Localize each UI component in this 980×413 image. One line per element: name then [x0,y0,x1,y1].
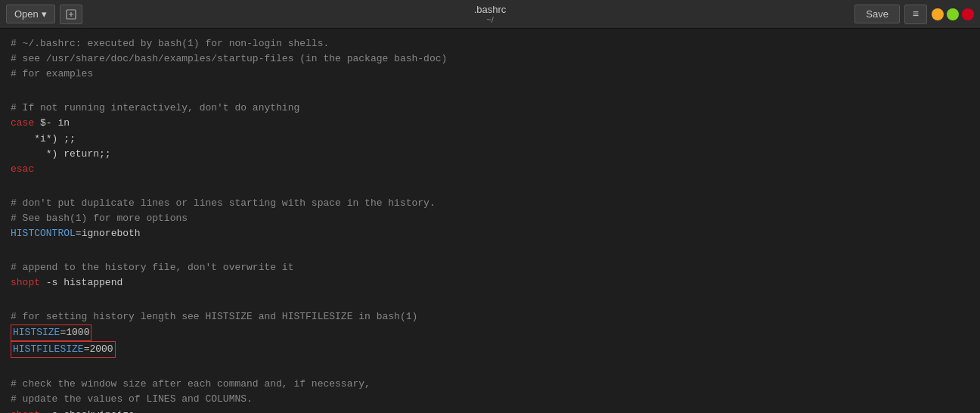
titlebar-right: Save ≡ [854,5,974,24]
minimize-button[interactable] [932,8,944,20]
menu-icon: ≡ [913,8,919,20]
code-line: shopt -s histappend [11,275,969,290]
code-line: # check the window size after each comma… [11,377,969,392]
menu-button[interactable]: ≡ [904,5,927,24]
code-line: # update the values of LINES and COLUMNS… [11,392,969,407]
histfilesize-line: HISTFILESIZE=2000 [11,341,116,358]
code-line: # If not running interactively, don't do… [11,101,969,116]
code-line: HISTCONTROL=ignoreboth [11,226,969,241]
empty-line [11,177,969,196]
save-button[interactable]: Save [854,5,900,23]
code-line: *i*) ;; [11,132,969,147]
titlebar-center: .bashrc ~/ [474,4,507,24]
empty-line [11,358,969,377]
app-window: Open ▾ .bashrc ~/ Save ≡ [0,0,980,413]
code-line: # for examples [11,67,969,82]
code-line: shopt -s checkwinsize [11,408,969,413]
empty-line [11,241,969,260]
code-line: # append to the history file, don't over… [11,260,969,275]
close-button[interactable] [962,8,974,20]
new-tab-icon[interactable] [60,5,82,24]
editor-area[interactable]: # ~/.bashrc: executed by bash(1) for non… [0,29,980,413]
code-line: case $- in [11,116,969,131]
code-line: # for setting history length see HISTSIZ… [11,309,969,324]
code-line: *) return;; [11,147,969,162]
empty-line [11,290,969,309]
code-line: esac [11,162,969,177]
titlebar-left: Open ▾ [6,5,82,24]
file-title: .bashrc [474,4,507,15]
histsize-line: HISTSIZE=1000 [11,324,91,341]
code-line: # see /usr/share/doc/bash/examples/start… [11,51,969,67]
file-path: ~/ [486,15,493,24]
code-line: # don't put duplicate lines or lines sta… [11,196,969,211]
window-controls [932,8,974,20]
code-line: # ~/.bashrc: executed by bash(1) for non… [11,36,969,51]
titlebar: Open ▾ .bashrc ~/ Save ≡ [0,0,980,29]
maximize-button[interactable] [947,8,959,20]
code-line: # See bash(1) for more options [11,211,969,226]
empty-line [11,82,969,101]
open-label: Open [14,8,39,20]
open-chevron-icon: ▾ [42,8,47,20]
open-button[interactable]: Open ▾ [6,5,55,23]
